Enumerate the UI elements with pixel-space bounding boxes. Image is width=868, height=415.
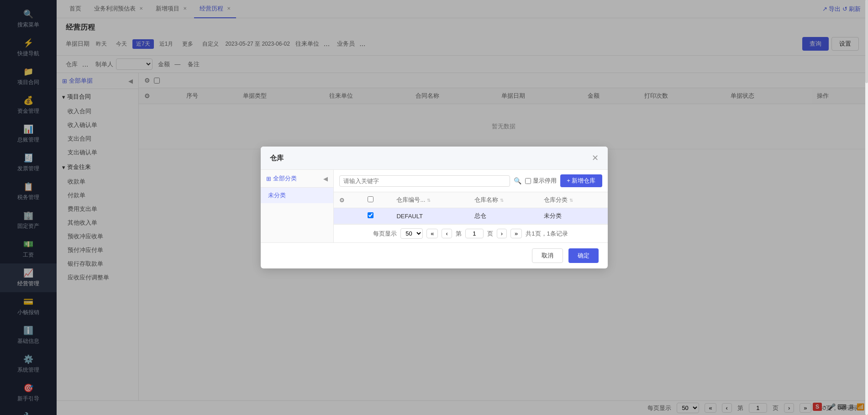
modal-body: ⊞ 全部分类 ◀ 未分类 🔍 显示停用 — [261, 170, 608, 242]
modal-col-name: 仓库名称 ⇅ — [469, 192, 538, 208]
modal-all-categories[interactable]: ⊞ 全部分类 ◀ — [261, 170, 333, 188]
modal-total-info: 共1页，1条记录 — [526, 230, 568, 238]
modal-last-page[interactable]: » — [510, 229, 522, 238]
modal-confirm-button[interactable]: 确定 — [568, 248, 599, 263]
modal-per-page-select[interactable]: 50 — [400, 228, 423, 239]
show-disabled-checkbox[interactable] — [525, 178, 531, 184]
modal-col-settings: ⚙ — [334, 192, 362, 208]
modal-col-code: 仓库编号... ⇅ — [391, 192, 468, 208]
warehouse-modal: 仓库 ✕ ⊞ 全部分类 ◀ 未分类 — [261, 147, 608, 268]
modal-row-name: 总仓 — [469, 208, 538, 224]
modal-overlay[interactable]: 仓库 ✕ ⊞ 全部分类 ◀ 未分类 — [0, 0, 868, 415]
modal-category-unclassified[interactable]: 未分类 — [261, 188, 333, 203]
modal-row-settings — [334, 208, 362, 224]
modal-pagination: 每页显示 50 « ‹ 第 页 › » 共1页，1条记录 — [334, 224, 608, 242]
add-warehouse-button[interactable]: + 新增仓库 — [560, 174, 602, 187]
modal-left-panel: ⊞ 全部分类 ◀ 未分类 — [261, 170, 334, 242]
modal-header: 仓库 ✕ — [261, 147, 608, 170]
sort-arrows-category: ⇅ — [569, 198, 573, 203]
modal-prev-page[interactable]: ‹ — [442, 229, 452, 238]
modal-first-page[interactable]: « — [426, 229, 438, 238]
sort-arrows-name: ⇅ — [500, 198, 504, 203]
modal-row-checkbox — [362, 208, 391, 224]
modal-row-code: DEFAULT — [391, 208, 468, 224]
modal-next-page[interactable]: › — [497, 229, 507, 238]
modal-row-select-1[interactable] — [368, 212, 374, 218]
modal-collapse-left[interactable]: ◀ — [323, 175, 328, 182]
grid-icon2: ⊞ — [266, 175, 271, 182]
modal-page-input[interactable] — [465, 229, 484, 238]
modal-search-input[interactable] — [339, 175, 510, 187]
table-row[interactable]: DEFAULT 总仓 未分类 — [334, 208, 608, 224]
modal-row-category: 未分类 — [538, 208, 608, 224]
modal-search-button[interactable]: 🔍 — [514, 177, 521, 184]
modal-warehouse-table: ⚙ 仓库编号... ⇅ 仓库名 — [334, 192, 608, 224]
modal-title: 仓库 — [270, 154, 284, 163]
modal-col-category: 仓库分类 ⇅ — [538, 192, 608, 208]
modal-col-select — [362, 192, 391, 208]
modal-table-wrapper: ⚙ 仓库编号... ⇅ 仓库名 — [334, 192, 608, 224]
modal-close-button[interactable]: ✕ — [592, 153, 599, 163]
modal-select-all[interactable] — [368, 196, 374, 202]
show-disabled-label[interactable]: 显示停用 — [525, 177, 557, 185]
modal-right-panel: 🔍 显示停用 + 新增仓库 ⚙ — [334, 170, 608, 242]
modal-footer: 取消 确定 — [261, 242, 608, 268]
sort-arrows-code: ⇅ — [427, 198, 431, 203]
modal-toolbar: 🔍 显示停用 + 新增仓库 — [334, 170, 608, 192]
modal-cancel-button[interactable]: 取消 — [532, 248, 563, 263]
